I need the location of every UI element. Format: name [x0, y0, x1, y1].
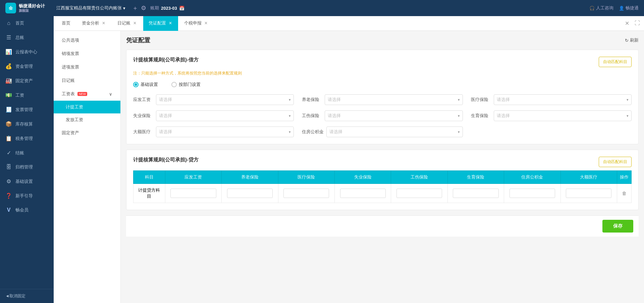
debit-auto-match-button[interactable]: 自动匹配科目: [599, 57, 632, 67]
expand-tab-button[interactable]: ⛶: [633, 19, 641, 28]
col-header-unemployment: 失业保险: [334, 171, 391, 184]
cell-large-medical: [560, 184, 617, 203]
select-gross-salary[interactable]: 请选择 ▾: [156, 94, 294, 105]
sidebar-item-closing[interactable]: ✓ 结账: [0, 146, 54, 160]
select-unemployment[interactable]: 请选择 ▾: [156, 110, 294, 121]
top-bar: 会 畅捷通好会计 旗舰版 江西服宝精品有限责任公司内账张 ▾ ＋ ⚙ 账期 20…: [0, 0, 644, 16]
tab-tax-report-close[interactable]: ✕: [204, 20, 208, 26]
radio-basic-settings[interactable]: 基础设置: [133, 82, 158, 88]
sidebar-label-ledger: 总账: [15, 35, 24, 41]
member-icon: V: [5, 207, 12, 213]
sidebar-item-settings[interactable]: ⚙ 基础设置: [0, 174, 54, 189]
nav-label-sales-invoice: 销项发票: [62, 51, 79, 57]
tab-home[interactable]: 首页: [56, 16, 76, 31]
nav-item-pay-salary[interactable]: 发放工资: [54, 113, 120, 126]
tab-journal[interactable]: 日记账 ✕: [112, 16, 143, 31]
sidebar-item-invoice[interactable]: 🧾 发票管理: [0, 102, 54, 117]
cancel-fixed-button[interactable]: ◄取消固定: [0, 289, 54, 303]
add-button[interactable]: ＋: [132, 5, 138, 11]
input-large-medical[interactable]: [566, 189, 611, 198]
credit-auto-match-button[interactable]: 自动匹配科目: [599, 157, 632, 167]
tab-voucher-config-label: 凭证配置: [149, 20, 166, 26]
close-tab-button[interactable]: ✕: [624, 19, 631, 28]
select-maternity[interactable]: 请选择 ▾: [494, 110, 632, 121]
input-work-injury[interactable]: [396, 189, 442, 198]
sidebar-item-assets[interactable]: 🏭 固定资产: [0, 73, 54, 88]
input-maternity[interactable]: [453, 189, 498, 198]
page-title: 凭证配置: [126, 36, 150, 44]
sidebar-item-guide[interactable]: ❓ 新手引导: [0, 189, 54, 203]
select-large-medical-arrow: ▾: [289, 130, 291, 134]
input-gross[interactable]: [170, 189, 216, 198]
user-item[interactable]: 👤 畅捷通: [619, 5, 639, 11]
sidebar: ⌂ 首页 ☰ 总账 📊 云报表中心 💰 资金管理 🏭 固定资产 💵 工资 🧾 发…: [0, 16, 54, 303]
sidebar-item-inventory[interactable]: 📦 库存核算: [0, 117, 54, 131]
nav-item-journal[interactable]: 日记账: [54, 74, 120, 87]
settings-button[interactable]: ⚙: [141, 5, 146, 11]
sidebar-item-ledger[interactable]: ☰ 总账: [0, 30, 54, 45]
save-button[interactable]: 保存: [602, 220, 633, 233]
nav-label-fixed-assets: 固定资产: [62, 130, 79, 136]
tab-journal-close[interactable]: ✕: [132, 20, 137, 26]
select-housing-fund[interactable]: 请选择 ▾: [326, 127, 463, 137]
tab-fund-analysis[interactable]: 资金分析 ✕: [76, 16, 111, 31]
nav-label-public: 公共选项: [62, 37, 79, 43]
page-content: 公共选项 销项发票 进项发票 日记账 工资表 NEW ∨: [54, 31, 644, 303]
col-header-housing: 住房公积金: [504, 171, 560, 184]
app-edition: 旗舰版: [19, 9, 45, 13]
calendar-icon[interactable]: 📅: [179, 6, 184, 11]
select-pension[interactable]: 请选择 ▾: [325, 94, 463, 105]
input-unemployment[interactable]: [340, 189, 386, 198]
cancel-fixed-label: ◄取消固定: [5, 293, 25, 299]
tab-fund-analysis-label: 资金分析: [82, 20, 99, 26]
nav-item-fixed-assets[interactable]: 固定资产: [54, 126, 120, 140]
credit-card-header: 计提核算规则(公司承担)-贷方 自动匹配科目: [133, 157, 632, 167]
company-selector[interactable]: 江西服宝精品有限责任公司内账张 ▾: [56, 5, 125, 11]
tab-voucher-config[interactable]: 凭证配置 ✕: [143, 16, 178, 31]
closing-icon: ✓: [5, 150, 12, 156]
nav-item-purchase-invoice[interactable]: 进项发票: [54, 60, 120, 74]
radio-dept-settings[interactable]: 按部门设置: [171, 82, 201, 88]
select-medical[interactable]: 请选择 ▾: [494, 94, 632, 105]
dropdown-arrow-icon: ▾: [123, 6, 125, 11]
sidebar-item-member[interactable]: V 畅会员: [0, 203, 54, 217]
sidebar-item-reports[interactable]: 📊 云报表中心: [0, 45, 54, 59]
select-large-medical-placeholder: 请选择: [159, 129, 172, 135]
select-work-injury[interactable]: 请选择 ▾: [325, 110, 463, 121]
form-item-pension: 养老保险 请选择 ▾: [302, 94, 463, 105]
sidebar-label-inventory: 库存核算: [15, 121, 33, 127]
sidebar-label-assets: 固定资产: [15, 78, 33, 84]
table-row: 计提贷方科目 🗑: [133, 184, 632, 203]
input-housing[interactable]: [509, 189, 555, 198]
sidebar-label-tax: 税务管理: [15, 136, 33, 142]
refresh-button[interactable]: ↻ 刷新: [625, 37, 639, 43]
sidebar-item-archive[interactable]: 🗄 归档管理: [0, 160, 54, 174]
debit-form-grid: 应发工资 请选择 ▾ 养老保险 请选择 ▾: [133, 94, 632, 137]
cell-operation: 🗑: [617, 184, 631, 203]
nav-item-payroll-table[interactable]: 工资表 NEW ∨: [54, 87, 120, 101]
support-item[interactable]: 🎧 人工咨询: [589, 5, 613, 11]
sidebar-item-salary[interactable]: 💵 工资: [0, 88, 54, 102]
col-header-maternity: 生育保险: [447, 171, 504, 184]
label-housing-fund: 住房公积金: [302, 129, 324, 135]
col-header-operation: 操作: [617, 171, 631, 184]
cell-row-label: 计提贷方科目: [133, 184, 165, 203]
sidebar-item-home[interactable]: ⌂ 首页: [0, 16, 54, 30]
tab-voucher-config-close[interactable]: ✕: [168, 20, 173, 26]
input-medical[interactable]: [283, 189, 329, 198]
nav-item-sales-invoice[interactable]: 销项发票: [54, 47, 120, 60]
input-pension[interactable]: [227, 189, 273, 198]
select-housing-fund-arrow: ▾: [458, 130, 460, 134]
sidebar-item-tax[interactable]: 📋 税务管理: [0, 131, 54, 146]
nav-item-accrue-salary[interactable]: 计提工资: [54, 101, 120, 113]
col-header-work-injury: 工伤保险: [391, 171, 447, 184]
delete-row-button[interactable]: 🗑: [622, 191, 627, 196]
settings-nav-icon: ⚙: [5, 178, 12, 185]
tab-fund-analysis-close[interactable]: ✕: [101, 20, 106, 26]
label-unemployment: 失业保险: [133, 113, 153, 119]
select-large-medical[interactable]: 请选择 ▾: [156, 127, 294, 137]
cell-maternity: [447, 184, 504, 203]
sidebar-item-funds[interactable]: 💰 资金管理: [0, 59, 54, 73]
nav-item-public[interactable]: 公共选项: [54, 34, 120, 47]
tab-tax-report[interactable]: 个税申报 ✕: [179, 16, 214, 31]
